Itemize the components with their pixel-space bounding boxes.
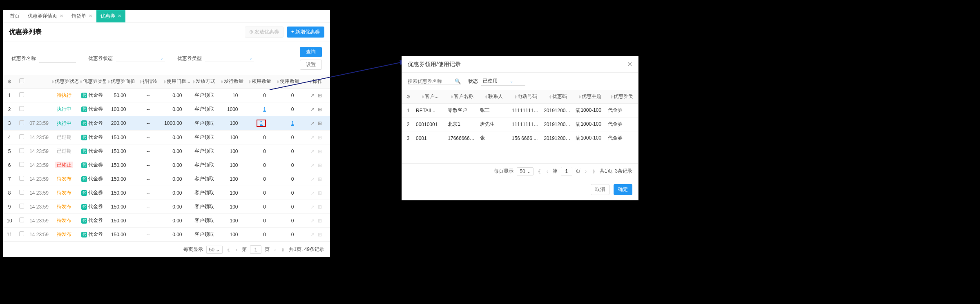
table-row[interactable]: 1待执行代代金券50.00--0.00客户领取1000↗⊞ [3,89,330,102]
share-icon[interactable]: ↗ [310,190,315,196]
filter-status-select[interactable]: ⌄ [116,55,165,62]
table-row[interactable]: 1114 23:59待发布代代金券150.00--0.00客户领取10000↗⊞ [3,228,330,242]
qrcode-icon[interactable]: ⊞ [318,204,322,210]
tab-首页[interactable]: 首页 [6,10,24,22]
table-row[interactable]: 3000117666666666张156 6666 ...2019120070.… [402,131,638,145]
column-header[interactable]: ▴▾客户... [414,90,446,104]
column-header[interactable]: ▴▾联系人 [478,90,510,104]
column-header[interactable]: ▴▾优惠券状态 [50,75,78,89]
share-icon[interactable]: ↗ [310,232,315,237]
first-page-button[interactable]: ⟪ [226,247,231,253]
share-icon[interactable]: ↗ [310,135,315,140]
qrcode-icon[interactable]: ⊞ [318,135,322,140]
qrcode-icon[interactable]: ⊞ [318,107,322,112]
add-coupon-button[interactable]: + 新增优惠券 [287,27,324,38]
modal-prev-page[interactable]: ‹ [545,169,549,174]
search-icon[interactable]: 🔍 [455,78,461,84]
settings-button[interactable]: 设置 [300,60,322,70]
column-header[interactable]: ▴▾折扣% [134,75,163,89]
qrcode-icon[interactable]: ⊞ [318,120,322,126]
column-header[interactable]: ▴▾客户名称 [446,90,478,104]
column-header[interactable]: ▴▾使用数量 [274,75,302,89]
table-row[interactable]: 614 23:59已终止代代金券150.00--0.00客户领取10000↗⊞ [3,158,330,172]
tab-销货单[interactable]: 销货单✕ [67,10,96,22]
table-row[interactable]: 1014 23:59待发布代代金券150.00--0.00客户领取10000↗⊞ [3,214,330,228]
page-input[interactable] [250,245,261,254]
column-header[interactable]: ▴▾优惠主题 [574,90,606,104]
gear-icon[interactable]: ⚙ [406,94,411,100]
share-icon[interactable]: ↗ [310,93,315,98]
used-count-link[interactable]: 1 [291,120,294,126]
modal-page-input[interactable] [561,167,572,175]
row-checkbox[interactable] [19,134,24,139]
table-row[interactable]: 514 23:59已过期代代金券150.00--0.00客户领取10000↗⊞ [3,144,330,158]
per-page-select[interactable]: 50 ⌄ [206,246,223,254]
table-row[interactable]: 1RETAIL...零散客户张三111111111112019120070...… [402,104,638,118]
tab-优惠券[interactable]: 优惠券✕ [96,10,125,22]
qrcode-icon[interactable]: ⊞ [318,232,322,237]
column-header[interactable]: ▴▾优惠券面值 [106,75,134,89]
share-icon[interactable]: ↗ [310,162,315,168]
row-checkbox[interactable] [19,217,24,222]
modal-per-page-select[interactable]: 50 ⌄ [517,167,534,175]
row-checkbox[interactable] [19,176,24,181]
share-icon[interactable]: ↗ [310,149,315,154]
share-icon[interactable]: ↗ [310,204,315,210]
column-header[interactable]: ▴▾发行数量 [218,75,246,89]
close-icon[interactable]: ✕ [627,60,632,68]
row-checkbox[interactable] [19,148,24,153]
qrcode-icon[interactable]: ⊞ [318,176,322,182]
select-all-checkbox[interactable] [19,78,24,83]
modal-last-page[interactable]: ⟫ [591,169,596,174]
qrcode-icon[interactable]: ⊞ [318,162,322,168]
search-button[interactable]: 查询 [300,47,322,57]
column-header[interactable]: ▴▾使用门槛... [162,75,190,89]
tab-优惠券详情页[interactable]: 优惠券详情页✕ [24,10,67,22]
share-icon[interactable]: ↗ [310,218,315,224]
row-checkbox[interactable] [19,92,24,97]
distribute-coupon-button[interactable]: ⊕发放优惠券 [245,27,284,38]
row-checkbox[interactable] [19,120,24,125]
row-checkbox[interactable] [19,190,24,195]
table-row[interactable]: 914 23:59待发布代代金券150.00--0.00客户领取10000↗⊞ [3,200,330,214]
table-row[interactable]: 414 23:59已过期代代金券150.00--0.00客户领取10000↗⊞ [3,131,330,144]
qrcode-icon[interactable]: ⊞ [318,218,322,224]
row-checkbox[interactable] [19,106,24,111]
last-page-button[interactable]: ⟫ [280,247,286,253]
table-row[interactable]: 814 23:59待发布代代金券150.00--0.00客户领取10000↗⊞ [3,186,330,200]
tab-close-icon[interactable]: ✕ [60,13,63,19]
prev-page-button[interactable]: ‹ [234,247,239,253]
filter-type-select[interactable]: ⌄ [205,55,254,62]
receive-count-link[interactable]: 1 [263,107,266,112]
column-header[interactable]: ▴▾操作 [302,75,330,89]
share-icon[interactable]: ↗ [310,107,315,112]
modal-search-box[interactable]: 🔍 [408,78,461,84]
next-page-button[interactable]: › [273,247,277,253]
table-row[interactable]: 307 23:59执行中代代金券200.00--1000.00客户领取10031… [3,116,330,131]
column-header[interactable]: ▴▾优惠码 [542,90,574,104]
column-header[interactable]: ▴▾发放方式 [190,75,219,89]
share-icon[interactable]: ↗ [310,176,315,182]
row-checkbox[interactable] [19,231,24,236]
qrcode-icon[interactable]: ⊞ [318,93,322,98]
tab-close-icon[interactable]: ✕ [118,13,121,19]
share-icon[interactable]: ↗ [310,120,315,126]
column-header[interactable]: ▴▾优惠券类 [606,90,638,104]
column-header[interactable]: ▴▾优惠券类型 [78,75,107,89]
modal-next-page[interactable]: › [584,169,588,174]
qrcode-icon[interactable]: ⊞ [318,190,322,196]
cancel-button[interactable]: 取消 [591,184,609,195]
modal-search-input[interactable] [408,78,455,84]
filter-name-input[interactable] [39,54,76,63]
table-row[interactable]: 2执行中代代金券100.00--0.00客户领取100010↗⊞ [3,102,330,116]
row-checkbox[interactable] [19,204,24,209]
column-header[interactable]: ▴▾电话号码 [510,90,542,104]
receive-count-link[interactable]: 3 [260,120,263,126]
modal-status-select[interactable]: 已使用⌄ [481,77,525,86]
gear-icon[interactable]: ⚙ [7,79,12,84]
modal-first-page[interactable]: ⟪ [537,169,542,174]
column-header[interactable]: ▴▾领用数量 [246,75,275,89]
row-checkbox[interactable] [19,162,24,167]
table-row[interactable]: 714 23:59待发布代代金券150.00--0.00客户领取10000↗⊞ [3,172,330,186]
ok-button[interactable]: 确定 [614,184,632,195]
